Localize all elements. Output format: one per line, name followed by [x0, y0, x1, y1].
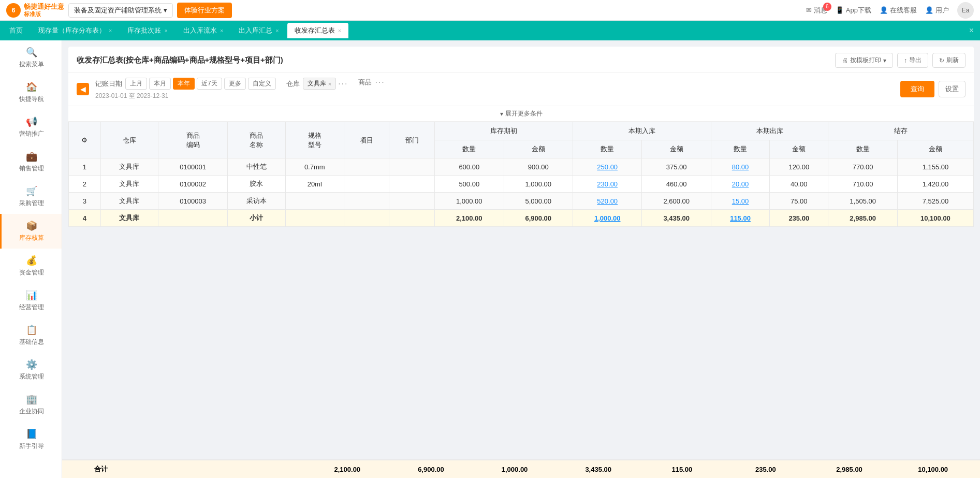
- message-item[interactable]: ✉ 消息 6: [806, 6, 827, 15]
- date-btn-this-year[interactable]: 本年: [173, 78, 195, 90]
- warehouse-tag-remove[interactable]: ×: [328, 81, 331, 87]
- row-dept: [389, 158, 435, 176]
- total-open-qty: 2,100.00: [305, 466, 389, 473]
- date-btn-last-month[interactable]: 上月: [125, 78, 147, 90]
- expand-conditions-button[interactable]: ▾ 展开更多条件: [500, 109, 543, 118]
- trial-button[interactable]: 体验行业方案: [177, 3, 232, 18]
- tab-inventory-dist[interactable]: 现存量（库存分布表） ×: [31, 23, 119, 38]
- sales-icon: 💼: [26, 151, 37, 162]
- tab-batch-ledger-close[interactable]: ×: [164, 27, 167, 34]
- settings-button[interactable]: 设置: [939, 81, 966, 97]
- date-btn-this-month[interactable]: 本月: [149, 78, 171, 90]
- goods-filter-more[interactable]: ···: [375, 78, 385, 87]
- sidebar-item-search[interactable]: 🔍 搜索菜单: [0, 40, 62, 75]
- th-open-amt: 金额: [504, 140, 573, 158]
- row-bal-qty: 1,505.00: [828, 193, 897, 210]
- tab-area-close[interactable]: ×: [969, 26, 974, 35]
- sidebar-item-sales[interactable]: 💼 销售管理: [0, 144, 62, 179]
- row-out-qty[interactable]: 20.00: [711, 176, 769, 193]
- sidebar-item-quicknav[interactable]: 🏠 快捷导航: [0, 75, 62, 110]
- tab-recv-send-summary-label: 收发存汇总表: [295, 26, 335, 35]
- tab-in-out-flow[interactable]: 出入库流水 ×: [176, 23, 230, 38]
- row-in-qty[interactable]: 250.00: [573, 158, 641, 176]
- sidebar-item-operations[interactable]: 📊 经营管理: [0, 283, 62, 318]
- tab-in-out-summary-close[interactable]: ×: [275, 27, 279, 34]
- row-out-qty[interactable]: 115.00: [711, 210, 769, 227]
- th-settings[interactable]: ⚙: [69, 122, 101, 158]
- row-warehouse: 文具库: [100, 210, 158, 227]
- avatar[interactable]: Ea: [957, 2, 974, 19]
- tab-in-out-summary-label: 出入库汇总: [239, 26, 272, 35]
- warehouse-filter-more[interactable]: ···: [338, 79, 348, 89]
- row-product-code: [158, 210, 228, 227]
- row-project: [344, 158, 389, 176]
- query-button[interactable]: 查询: [900, 81, 934, 97]
- row-dept: [389, 193, 435, 210]
- sidebar-item-guide[interactable]: 📘 新手引导: [0, 422, 62, 457]
- sidebar-item-marketing[interactable]: 📢 营销推广: [0, 110, 62, 144]
- row-in-qty[interactable]: 1,000.00: [573, 210, 641, 227]
- header-right: ✉ 消息 6 📱 App下载 👤 在线客服 👤 用户 Ea: [806, 2, 974, 19]
- tab-in-out-flow-close[interactable]: ×: [220, 27, 223, 34]
- warehouse-tag[interactable]: 文具库 ×: [303, 78, 336, 90]
- expand-conditions-row: ▾ 展开更多条件: [68, 106, 974, 122]
- tab-recv-send-summary[interactable]: 收发存汇总表 ×: [287, 23, 348, 38]
- sidebar-item-basicinfo[interactable]: 📋 基础信息: [0, 318, 62, 353]
- date-btn-7days[interactable]: 近7天: [197, 78, 222, 90]
- print-button[interactable]: 🖨 按模板打印 ▾: [835, 53, 893, 68]
- row-project: [344, 210, 389, 227]
- bottom-bar: 合计 2,100.00 6,900.00 1,000.00 3,435.00 1…: [62, 459, 980, 478]
- refresh-button[interactable]: ↻ 刷新: [932, 53, 966, 68]
- filter-toggle-button[interactable]: ◀: [77, 83, 89, 95]
- sidebar-item-finance[interactable]: 💰 资金管理: [0, 249, 62, 283]
- sidebar-item-system[interactable]: ⚙️ 系统管理: [0, 353, 62, 387]
- row-product-name: 胶水: [227, 176, 285, 193]
- user-label: 用户: [935, 6, 949, 15]
- row-out-qty[interactable]: 15.00: [711, 193, 769, 210]
- row-in-amt: 460.00: [642, 176, 711, 193]
- th-spec: 规格型号: [285, 122, 344, 158]
- tab-recv-send-summary-close[interactable]: ×: [338, 27, 341, 34]
- tab-inventory-dist-label: 现存量（库存分布表）: [38, 26, 106, 35]
- date-filter-label: 记账日期: [95, 79, 122, 89]
- row-out-amt: 120.00: [770, 158, 828, 176]
- tab-batch-ledger[interactable]: 库存批次账 ×: [120, 23, 174, 38]
- user-item[interactable]: 👤 用户: [925, 6, 949, 15]
- total-in-qty: 1,000.00: [473, 466, 557, 473]
- date-btn-custom[interactable]: 自定义: [248, 78, 276, 90]
- sidebar-item-inventory[interactable]: 📦 库存核算: [0, 214, 62, 249]
- export-button[interactable]: ↑ 导出: [897, 53, 928, 68]
- operations-icon: 📊: [26, 289, 37, 301]
- tab-home[interactable]: 首页: [2, 23, 30, 38]
- row-out-amt: 75.00: [770, 193, 828, 210]
- row-dept: [389, 176, 435, 193]
- row-out-qty[interactable]: 80.00: [711, 158, 769, 176]
- row-in-qty[interactable]: 230.00: [573, 176, 641, 193]
- th-dept: 部门: [389, 122, 435, 158]
- tab-in-out-summary[interactable]: 出入库汇总 ×: [231, 23, 286, 38]
- total-out-amt: 235.00: [724, 466, 808, 473]
- online-service-item[interactable]: 👤 在线客服: [880, 6, 917, 15]
- th-open-qty: 数量: [435, 140, 504, 158]
- warehouse-tag-group: 文具库 × ···: [303, 78, 348, 90]
- sidebar-item-purchase[interactable]: 🛒 采购管理: [0, 179, 62, 214]
- export-icon: ↑: [904, 57, 907, 64]
- user-icon: 👤: [925, 6, 933, 14]
- tab-inventory-dist-close[interactable]: ×: [109, 27, 112, 34]
- basicinfo-icon: 📋: [26, 324, 37, 336]
- guide-icon: 📘: [26, 428, 37, 440]
- row-open-amt: 6,900.00: [504, 210, 573, 227]
- content-area: 收发存汇总表(按仓库+商品编码+商品+规格型号+项目+部门) 🖨 按模板打印 ▾…: [62, 40, 980, 478]
- sidebar-item-enterprise[interactable]: 🏢 企业协同: [0, 387, 62, 422]
- th-project: 项目: [344, 122, 389, 158]
- logo-icon: 6: [6, 3, 21, 18]
- row-in-amt: 375.00: [642, 158, 711, 176]
- date-btn-more[interactable]: 更多: [224, 78, 246, 90]
- app-download-item[interactable]: 📱 App下载: [836, 6, 871, 15]
- row-spec: 0.7mm: [285, 158, 344, 176]
- row-warehouse: 文具库: [100, 158, 158, 176]
- system-dropdown[interactable]: 装备及固定资产辅助管理系统 ▾: [68, 3, 173, 18]
- date-range: 2023-01-01 至 2023-12-31: [95, 92, 276, 100]
- row-bal-qty: 770.00: [828, 158, 897, 176]
- row-in-qty[interactable]: 520.00: [573, 193, 641, 210]
